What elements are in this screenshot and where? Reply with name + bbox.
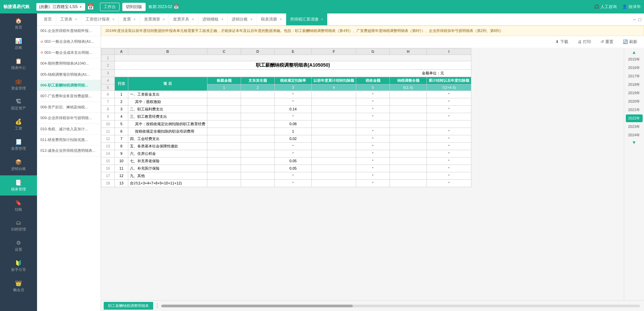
left-panel-item-001[interactable]: 001-企业所得税年度纳税申报... bbox=[37, 26, 101, 36]
left-panel-item-002[interactable]: ⊘ 002-一般企业收入明细表(A1... bbox=[37, 36, 101, 47]
year-2021[interactable]: 2021年 bbox=[626, 106, 643, 114]
workbench-button[interactable]: 工作台 bbox=[100, 3, 120, 11]
rownum-3: 3 bbox=[101, 69, 115, 77]
archive-icon: 🗂 bbox=[16, 220, 21, 226]
bottom-tab-salary[interactable]: 职工薪酬纳税调整明细表 bbox=[104, 302, 153, 310]
sidebar-item-ledger-label: 总账 bbox=[15, 45, 22, 50]
switch-button[interactable]: 切到旧版 bbox=[122, 3, 146, 11]
sidebar-item-settings[interactable]: ⚙ 设置 bbox=[0, 236, 37, 256]
sidebar-item-reports[interactable]: 📋 报表中心 bbox=[0, 54, 37, 74]
refresh-button[interactable]: 🔄 刷新 bbox=[620, 38, 640, 46]
tab-home[interactable]: 首页 bbox=[40, 13, 56, 26]
download-button[interactable]: ⬇ 下载 bbox=[553, 38, 571, 46]
year-2019[interactable]: 2019年 bbox=[626, 89, 643, 97]
tab-purchase-check[interactable]: 进销稽核 × bbox=[198, 13, 228, 26]
tab-maximize-button[interactable]: □ bbox=[639, 17, 641, 22]
header-seq: 行次 bbox=[115, 77, 128, 91]
sidebar-item-ledger[interactable]: 📊 总账 bbox=[0, 34, 37, 54]
col-b-header: B bbox=[128, 48, 207, 55]
tab-invoice-calc-close[interactable]: × bbox=[163, 18, 165, 21]
tab-payroll-close[interactable]: × bbox=[75, 18, 77, 21]
left-panel-item-011[interactable]: 011-研发费用加计扣除优惠... bbox=[37, 135, 101, 145]
year-2017[interactable]: 2017年 bbox=[626, 72, 643, 80]
app-container: 畅捷通易代账 (勿删）江西赣宝-LSS ▼ 📅 工作台 切到旧版 账期 2023… bbox=[0, 0, 644, 311]
tab-tax-register-close[interactable]: × bbox=[280, 18, 282, 21]
left-panel-item-009[interactable]: 009-企业所得税弥补亏损明细... bbox=[37, 113, 101, 124]
year-2024[interactable]: 2024年 bbox=[626, 131, 643, 139]
data-row-7: 7 2 其中：股权激励 * * * bbox=[101, 98, 471, 105]
reset-button[interactable]: ↺ 重置 bbox=[598, 38, 616, 46]
tab-tax-register[interactable]: 税表清册 × bbox=[257, 13, 286, 26]
rownum-5: 5 bbox=[101, 84, 115, 91]
top-bar: 畅捷通易代账 (勿删）江西赣宝-LSS ▼ 📅 工作台 切到旧版 账期 2023… bbox=[0, 0, 644, 13]
left-panel-item-008[interactable]: 008-资产折旧、摊销及纳税... bbox=[37, 102, 101, 113]
year-2020[interactable]: 2020年 bbox=[626, 98, 643, 105]
sidebar-item-home[interactable]: 🏠 首页 bbox=[0, 13, 37, 34]
left-panel-item-004[interactable]: 004-期间费用明细表(A1040... bbox=[37, 58, 101, 69]
ledger-icon: 📊 bbox=[15, 38, 22, 44]
left-panel-item-006[interactable]: 006-职工薪酬纳税调整明细... bbox=[37, 80, 101, 91]
tab-payroll-stats-close[interactable]: × bbox=[112, 18, 114, 21]
tab-payroll[interactable]: 工资表 × bbox=[56, 13, 81, 26]
rownum-2: 2 bbox=[101, 61, 115, 69]
sidebar-item-guide[interactable]: 🔰 新手引导 bbox=[0, 256, 37, 276]
left-panel-item-006-label: 006-职工薪酬纳税调整明细... bbox=[40, 83, 88, 88]
tax-icon: 📑 bbox=[15, 179, 22, 186]
sidebar-item-invoice[interactable]: 🧾 发票管理 bbox=[0, 135, 37, 155]
tab-payroll-label: 工资表 bbox=[60, 16, 72, 22]
tab-income-tax[interactable]: 所得税汇算清缴 × bbox=[286, 13, 328, 26]
col-i-header: I bbox=[427, 48, 471, 55]
sidebar-item-settle[interactable]: 🔖 结账 bbox=[0, 196, 37, 216]
assets-icon: 💼 bbox=[15, 78, 22, 85]
tab-home-label: 首页 bbox=[44, 16, 52, 22]
tab-purchase-ledger-close[interactable]: × bbox=[250, 18, 252, 21]
app-logo: 畅捷通易代账 bbox=[3, 4, 30, 10]
left-panel-item-005[interactable]: 005-纳税调整项目明细表(A1... bbox=[37, 69, 101, 80]
more-options-icon[interactable]: ⋮ bbox=[155, 303, 160, 309]
sidebar-item-tax[interactable]: 📑 税务管理 bbox=[0, 175, 37, 196]
year-nav-down[interactable]: ▼ bbox=[632, 140, 637, 145]
year-2015[interactable]: 2015年 bbox=[626, 56, 643, 63]
left-panel-item-012[interactable]: 012-减免企业所得税优惠明细表... bbox=[37, 145, 101, 156]
tab-purchase-check-close[interactable]: × bbox=[221, 18, 223, 21]
spreadsheet-wrapper[interactable]: ▲ 2015年 2016年 2017年 2018年 2019年 2020年 20… bbox=[101, 48, 644, 301]
left-panel-item-010[interactable]: 010-免税、减计收入及加计... bbox=[37, 124, 101, 135]
customer-service[interactable]: 🎧 人工咨询 bbox=[594, 4, 617, 10]
horizontal-scrollbar[interactable] bbox=[161, 305, 640, 307]
sidebar-item-reports-label: 报表中心 bbox=[11, 66, 26, 70]
left-panel-item-003[interactable]: ⊘ 003-一般企业成本支出明细... bbox=[37, 47, 101, 58]
print-button[interactable]: 🖨 打印 bbox=[575, 38, 594, 46]
settle-icon: 🔖 bbox=[15, 200, 22, 206]
sidebar-item-payroll[interactable]: 💰 工资 bbox=[0, 114, 37, 135]
tab-invoice-calc[interactable]: 发票测算 × bbox=[140, 13, 169, 26]
tab-invoice-issue-label: 发票开具 bbox=[173, 16, 189, 22]
year-2023[interactable]: 2023年 bbox=[626, 123, 643, 131]
header-col-g: 税收金额 bbox=[356, 77, 390, 84]
sidebar-item-archive[interactable]: 🗂 归档管理 bbox=[0, 216, 37, 236]
company-selector[interactable]: (勿删）江西赣宝-LSS ▼ bbox=[36, 3, 85, 11]
year-nav-up[interactable]: ▲ bbox=[632, 49, 637, 55]
sidebar-item-purchase[interactable]: 📦 进销台账 bbox=[0, 155, 37, 175]
year-2016[interactable]: 2016年 bbox=[626, 64, 643, 72]
tab-purchase-ledger[interactable]: 进销台账 × bbox=[228, 13, 257, 26]
tab-tax-register-label: 税表清册 bbox=[261, 16, 277, 22]
tab-payroll-stats[interactable]: 工资统计报表 × bbox=[81, 13, 119, 26]
col-e-header: E bbox=[275, 48, 312, 55]
bottom-tab-bar: 职工薪酬纳税调整明细表 ⋮ bbox=[101, 300, 644, 311]
year-2022[interactable]: 2022年 bbox=[626, 114, 643, 122]
sidebar-item-vip[interactable]: 👑 畅会员 bbox=[0, 276, 37, 296]
tab-minimize-button[interactable]: − bbox=[633, 17, 636, 22]
row-1-content bbox=[115, 55, 471, 61]
sidebar-item-assets[interactable]: 💼 资金管理 bbox=[0, 74, 37, 95]
tab-invoice[interactable]: 发票 × bbox=[119, 13, 140, 26]
tab-invoice-issue-close[interactable]: × bbox=[192, 18, 194, 21]
left-panel-item-007[interactable]: 007-广告费和业务宣传费超限... bbox=[37, 91, 101, 102]
tab-income-tax-close[interactable]: × bbox=[321, 18, 323, 21]
user-info[interactable]: 👤 徐泽华 bbox=[622, 4, 641, 10]
tab-invoice-issue[interactable]: 发票开具 × bbox=[169, 13, 198, 26]
tab-invoice-close[interactable]: × bbox=[134, 18, 136, 21]
year-2018[interactable]: 2018年 bbox=[626, 81, 643, 89]
sidebar: 🏠 首页 📊 总账 📋 报表中心 💼 资金管理 🏗 固定资产 💰 工资 bbox=[0, 13, 37, 311]
sidebar-item-fixed[interactable]: 🏗 固定资产 bbox=[0, 95, 37, 114]
left-panel-item-005-label: 005-纳税调整项目明细表(A1... bbox=[40, 72, 90, 77]
